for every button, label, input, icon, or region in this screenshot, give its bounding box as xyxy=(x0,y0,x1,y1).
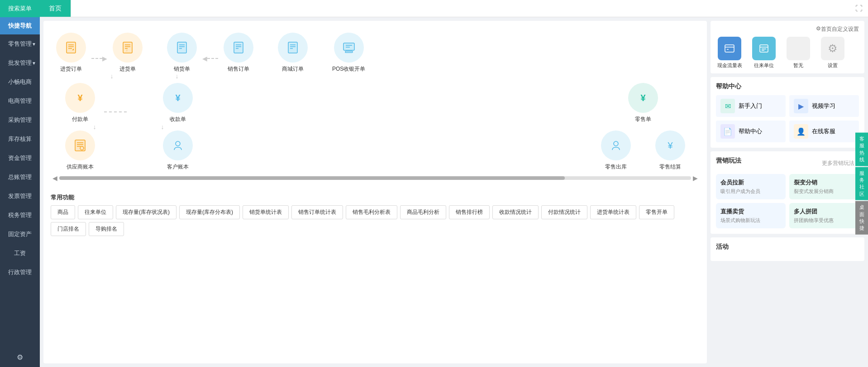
flow-node-mall-order[interactable]: 商城订单 xyxy=(278,33,308,73)
svg-text:↓: ↓ xyxy=(126,48,128,52)
mkt-group-title: 多人拼团 xyxy=(794,208,854,216)
flow-node-payment[interactable]: ¥ 付款单 xyxy=(65,83,95,123)
sidebar-item-inventory[interactable]: 库存核算 xyxy=(0,130,40,149)
scroll-left[interactable]: ◀ xyxy=(51,174,59,182)
sidebar-item-purchase[interactable]: 采购管理 xyxy=(0,111,40,130)
units-icon xyxy=(752,37,776,60)
cf-btn-sales-profit[interactable]: 销售毛利分析表 xyxy=(346,205,397,219)
cf-btn-sales-order-stat[interactable]: 销售订单统计表 xyxy=(291,205,343,219)
help-item-helpcenter[interactable]: 📄 帮助中心 xyxy=(716,121,786,142)
sales-icon xyxy=(167,33,197,63)
maximize-button[interactable]: ⛶ xyxy=(850,5,868,13)
mkt-member[interactable]: 会员拉新 吸引用户成为会员 xyxy=(716,174,786,199)
beginner-icon: ✉ xyxy=(720,99,735,113)
float-community[interactable]: 服务社区 xyxy=(855,167,868,200)
pos-icon xyxy=(334,33,364,63)
svg-point-38 xyxy=(614,141,618,146)
cf-btn-product[interactable]: 商品 xyxy=(51,205,75,219)
flow-node-retail-settle[interactable]: ¥ 零售结算 xyxy=(655,130,685,171)
float-service[interactable]: 客服热线 xyxy=(855,133,868,166)
float-desktop[interactable]: 桌面快捷 xyxy=(855,201,868,235)
sidebar-item-assets-label: 固定资产 xyxy=(8,230,32,238)
gear-icon: ⚙ xyxy=(816,25,821,33)
cf-btn-stock2[interactable]: 现存量(库存分布表) xyxy=(179,205,240,219)
retail-settle-label: 零售结算 xyxy=(659,163,681,171)
sidebar-item-inventory-label: 库存核算 xyxy=(8,135,32,143)
quick-access: ⚙ 首页自定义设置 现金流量表 往来单位 xyxy=(711,21,864,73)
svg-rect-11 xyxy=(177,42,186,53)
cf-btn-receipt-stat[interactable]: 收款情况统计 xyxy=(492,205,539,219)
help-item-beginner[interactable]: ✉ 新手入门 xyxy=(716,95,786,117)
sidebar-item-invoice[interactable]: 发票管理 xyxy=(0,187,40,206)
search-menu[interactable]: 搜索菜单 xyxy=(0,0,40,17)
cf-btn-product-profit[interactable]: 商品毛利分析 xyxy=(400,205,446,219)
qa-item-cashflow[interactable]: 现金流量表 xyxy=(716,37,743,69)
flow-node-customer-book[interactable]: 客户账本 xyxy=(163,130,193,171)
qa-settings-item-label: 设置 xyxy=(828,62,838,69)
help-item-chat[interactable]: 👤 在线客服 xyxy=(789,121,859,142)
cf-btn-store-rank[interactable]: 门店排名 xyxy=(51,222,86,236)
marketing-section: 营销玩法 更多营销玩法 > 会员拉新 吸引用户成为会员 裂变分销 裂变式发展分销… xyxy=(711,151,864,234)
scroll-thumb xyxy=(59,176,565,180)
sidebar-item-ecom-mgmt[interactable]: 电商管理 xyxy=(0,92,40,111)
help-item-video[interactable]: ▶ 视频学习 xyxy=(789,95,859,117)
marketing-grid: 会员拉新 吸引用户成为会员 裂变分销 裂变式发展分销商 直播卖货 场景式购物新玩… xyxy=(716,174,859,228)
scroll-right[interactable]: ▶ xyxy=(691,174,700,182)
purchase-order-label: 进货订单 xyxy=(60,65,82,73)
sidebar-item-ecommerce[interactable]: 小畅电商 xyxy=(0,72,40,92)
cf-btn-payment-stat[interactable]: 付款情况统计 xyxy=(541,205,587,219)
purchase-label: 进货单 xyxy=(119,65,136,73)
flow-node-purchase[interactable]: ↓ 进货单 xyxy=(113,33,143,73)
flow-node-sales-order[interactable]: 销售订单 xyxy=(224,33,253,73)
flow-node-purchase-order[interactable]: 进货订单 xyxy=(56,33,86,73)
flow-node-receipt[interactable]: ¥ 收款单 xyxy=(163,83,193,123)
payment-icon: ¥ xyxy=(65,83,95,113)
empty-icon xyxy=(787,37,810,60)
quick-nav[interactable]: 快捷导航 xyxy=(0,17,40,34)
flow-node-retail[interactable]: ¥ 零售单 xyxy=(628,83,658,123)
cf-btn-retail-order[interactable]: 零售开单 xyxy=(639,205,674,219)
video-icon: ▶ xyxy=(794,99,808,113)
mkt-live-title: 直播卖货 xyxy=(720,208,781,216)
sidebar-item-wholesale[interactable]: 批发管理 ▼ xyxy=(0,53,40,72)
scroll-track[interactable] xyxy=(59,176,691,180)
flow-node-pos[interactable]: POS收银开单 xyxy=(332,33,365,73)
qa-item-settings[interactable]: ⚙ 设置 xyxy=(819,37,846,69)
sidebar-item-salary[interactable]: 工资 xyxy=(0,244,40,263)
sidebar-item-ledger[interactable]: 总账管理 xyxy=(0,168,40,187)
tab-home[interactable]: 首页 xyxy=(40,0,71,17)
svg-rect-5 xyxy=(123,42,132,53)
flow-node-retail-out[interactable]: 零售出库 xyxy=(601,130,631,171)
cf-btn-guide-rank[interactable]: 导购排名 xyxy=(89,222,124,236)
sales-order-label: 销售订单 xyxy=(228,65,249,73)
qa-settings[interactable]: ⚙ 首页自定义设置 xyxy=(716,25,859,33)
settings-icon[interactable]: ⚙ xyxy=(0,348,40,367)
cf-title: 常用功能 xyxy=(51,193,700,202)
cf-btn-purchase-stat[interactable]: 进货单统计表 xyxy=(590,205,636,219)
sidebar-item-finance-label: 资金管理 xyxy=(8,154,32,162)
sidebar-item-assets[interactable]: 固定资产 xyxy=(0,225,40,244)
flow-node-supplier-book[interactable]: 供应商账本 xyxy=(65,130,95,171)
qa-item-empty: 暂无 xyxy=(785,37,812,69)
cf-btn-unit[interactable]: 往来单位 xyxy=(78,205,113,219)
sidebar-item-admin[interactable]: 行政管理 xyxy=(0,263,40,282)
mkt-live[interactable]: 直播卖货 场景式购物新玩法 xyxy=(716,203,786,228)
flow-diagram: 进货订单 ▶ ↓ 进货单 xyxy=(51,28,700,186)
sidebar-item-tax[interactable]: 税务管理 xyxy=(0,206,40,225)
qa-item-units[interactable]: 往来单位 xyxy=(750,37,777,69)
cf-btn-sales-rank[interactable]: 销售排行榜 xyxy=(449,205,490,219)
mall-order-label: 商城订单 xyxy=(282,65,304,73)
mkt-group[interactable]: 多人拼团 拼团购物享受优惠 xyxy=(789,203,859,228)
marketing-more[interactable]: 更多营销玩法 > xyxy=(822,159,859,167)
supplier-book-label: 供应商账本 xyxy=(67,163,94,171)
cf-btn-stock1[interactable]: 现存量(库存状况表) xyxy=(116,205,176,219)
flow-node-sales[interactable]: 销货单 xyxy=(167,33,197,73)
main-area: 首页 ⛶ 进货订单 xyxy=(40,0,868,367)
helpcenter-label: 帮助中心 xyxy=(739,127,762,135)
cf-btn-sales-stat[interactable]: 销货单统计表 xyxy=(243,205,289,219)
sidebar-item-finance[interactable]: 资金管理 xyxy=(0,149,40,168)
svg-rect-16 xyxy=(234,42,243,53)
mkt-fission[interactable]: 裂变分销 裂变式发展分销商 xyxy=(789,174,859,199)
sidebar-item-retail[interactable]: 零售管理 ▼ xyxy=(0,34,40,53)
supplier-book-icon xyxy=(65,130,95,160)
